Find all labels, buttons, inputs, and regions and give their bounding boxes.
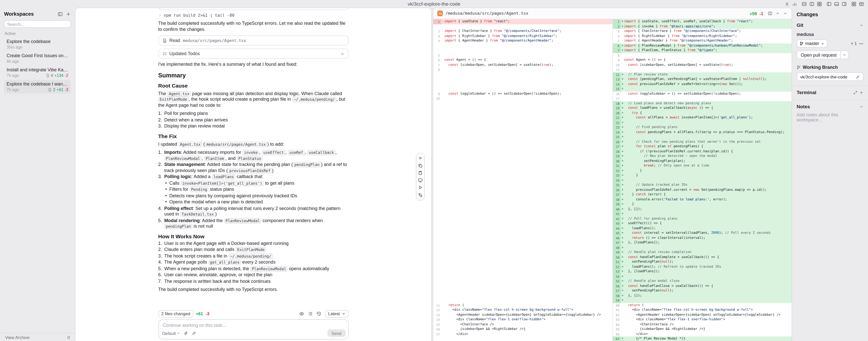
line-number: [433, 274, 441, 279]
code-line: [444, 154, 612, 159]
send-button[interactable]: Send: [327, 329, 345, 337]
diff-row: [433, 226, 612, 231]
search-input[interactable]: [4, 20, 71, 28]
pause-icon[interactable]: [784, 1, 789, 6]
line-number: 4: [433, 38, 441, 43]
columns-icon[interactable]: [768, 11, 772, 16]
line-number: 19: [613, 106, 621, 111]
tool-path: medusa/src/pages/Agent.tsx: [183, 38, 246, 43]
latest-dropdown[interactable]: Latest: [325, 310, 348, 317]
diff-marker: [441, 53, 444, 58]
open-pr-button[interactable]: Open pull request: [797, 51, 840, 59]
diff-marker: [441, 38, 444, 43]
pencil-icon[interactable]: [856, 74, 860, 79]
chevron-down-icon[interactable]: [783, 11, 787, 16]
code-line: }: [624, 202, 792, 207]
maximize-icon[interactable]: [853, 90, 857, 94]
chat-scroll-area[interactable]: npm run build 2>&1 | tail -80The build c…: [75, 8, 431, 309]
chevron-up-icon[interactable]: [775, 11, 780, 16]
chat-heading: Summary: [158, 71, 348, 79]
line-number: 46: [613, 236, 621, 240]
tool-call-read[interactable]: Readmedusa/src/pages/Agent.tsx: [158, 35, 348, 45]
list-item: 5.When a new pending plan is detected, t…: [158, 266, 348, 272]
diff-marker: [441, 140, 444, 144]
terminal-command[interactable]: npm run build 2>&1 | tail -80: [158, 13, 348, 18]
notes-placeholder[interactable]: Add notes about this workspace...: [797, 112, 863, 122]
collapsed-block[interactable]: [158, 8, 348, 10]
rows-icon[interactable]: [802, 1, 807, 6]
panel-icon[interactable]: [58, 11, 63, 17]
open-pr-split-button: Open pull request: [797, 51, 849, 59]
line-number: 2: [433, 29, 441, 34]
panel-bottom-icon[interactable]: [834, 1, 839, 6]
chart-icon[interactable]: [792, 1, 797, 6]
workspace-item[interactable]: Create Good First Issues on Github So...…: [4, 52, 71, 65]
message-input[interactable]: Continue working on this task... Default…: [158, 319, 348, 339]
working-branch-input[interactable]: vk/3ccf-explore-the-code: [797, 72, 863, 81]
diff-row: 60 return (: [613, 303, 792, 308]
workspace-item[interactable]: Explore the codebase I want you to ex...…: [4, 80, 71, 94]
diff-row: [433, 274, 612, 279]
code-line: import { RightSidebar } from "@/componen…: [624, 34, 792, 38]
paperclip-icon[interactable]: [184, 331, 189, 335]
diff-marker: +: [621, 183, 624, 187]
files-changed-button[interactable]: 2 files changed: [158, 310, 193, 317]
eye-icon[interactable]: [299, 311, 304, 316]
copy-icon[interactable]: [418, 163, 423, 168]
diff-marker: +: [621, 216, 624, 221]
list-icon[interactable]: [308, 311, 313, 316]
panel-left-icon[interactable]: [827, 1, 832, 6]
diff-row: [433, 240, 612, 245]
new-workspace-button[interactable]: [66, 11, 71, 17]
diff-row: 23+ // Find pending plans: [613, 125, 792, 130]
branch-selector[interactable]: master: [797, 39, 827, 48]
workspace-item[interactable]: Explore the codebase35m ago: [4, 37, 71, 51]
grid-small-icon[interactable]: [817, 1, 822, 6]
play-icon[interactable]: [418, 185, 423, 190]
workspace-item[interactable]: Install and integrate Vibe Kanban Web...…: [4, 66, 71, 80]
git-section-header[interactable]: Git: [797, 22, 863, 28]
diff-marker: +: [621, 207, 624, 212]
pen-icon[interactable]: [192, 331, 197, 335]
files-changed-bar: 2 files changed +61 -3 Latest: [158, 310, 348, 318]
main-layout: Workspaces Active Explore the codebase35…: [0, 8, 868, 341]
new-terminal-button[interactable]: [859, 90, 863, 94]
tool-call-todos[interactable]: Updated Todos: [158, 49, 348, 59]
list-item: 3.Polling logic: Added a loadPlans callb…: [158, 174, 348, 180]
inline-code: ExitPlanMode: [158, 97, 189, 102]
diff-pane-new[interactable]: 1+import { useState, useEffect, useRef, …: [613, 19, 792, 341]
code-line: [624, 96, 792, 101]
clipboard-icon[interactable]: [418, 170, 423, 175]
history-icon[interactable]: [317, 311, 322, 316]
code-line: [444, 87, 612, 91]
columns-icon[interactable]: [809, 1, 814, 6]
panel-right-icon[interactable]: [842, 1, 847, 6]
open-pr-caret[interactable]: [840, 51, 848, 59]
sidebar-header: Workspaces: [4, 10, 71, 18]
more-menu-button[interactable]: [859, 41, 863, 46]
terminal-section-header[interactable]: Terminal: [797, 90, 863, 95]
inline-code: ExitPlanMode: [236, 247, 266, 252]
diff-marker: +: [621, 134, 624, 140]
view-archive-bar[interactable]: View Archive 0: [0, 333, 75, 341]
workspace-time: 7h ago: [7, 73, 19, 78]
line-number: 44: [613, 226, 621, 231]
diff-marker: [441, 178, 444, 183]
model-dropdown[interactable]: Default: [162, 331, 180, 336]
grid-icon[interactable]: [851, 1, 856, 6]
layout-icon[interactable]: [859, 1, 864, 6]
list-item: 3.The hook script creates a file in ~/.m…: [158, 253, 348, 259]
monitor-icon[interactable]: [418, 178, 423, 182]
bullet-item: •Filters for Pending status plans: [165, 187, 348, 192]
line-number: 13: [433, 312, 441, 317]
diff-row: 6+import { PlanReviewModal } from "@/com…: [613, 43, 792, 48]
collapse-icon[interactable]: [418, 156, 423, 160]
code-line: [624, 67, 792, 72]
line-number: 27: [613, 144, 621, 149]
line-number: 40: [613, 207, 621, 212]
diff-pane-old[interactable]: 1-import { useState } from "react";2impo…: [433, 19, 613, 341]
diff-marker: [441, 284, 444, 288]
notes-section-header[interactable]: Notes: [797, 104, 863, 109]
git-compare-icon[interactable]: [418, 192, 423, 197]
diff-row: [433, 265, 612, 269]
